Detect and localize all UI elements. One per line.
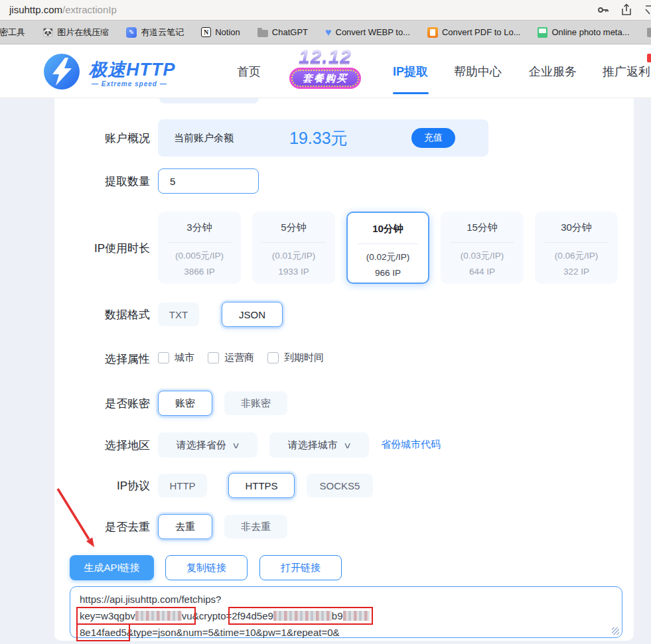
page: jisuhttp.com/extractionIp 加密工具 🐼图片在线压缩 ✎… — [0, 0, 651, 644]
bookmark-label: ChatGPT — [272, 27, 308, 37]
nav-enterprise[interactable]: 企业服务 — [529, 64, 577, 80]
nav-help-center[interactable]: 帮助中心 — [454, 64, 502, 80]
attr-carrier[interactable]: 运营商 — [208, 352, 254, 364]
bookmark-label: 图片在线压缩 — [57, 27, 109, 38]
nav-promo-1212[interactable]: 12.12 套餐购买 — [287, 46, 363, 94]
address-bar[interactable]: jisuhttp.com/extractionIp — [9, 4, 117, 15]
duration-card-15min[interactable]: 15分钟 (0.03元/IP) 644 IP — [441, 212, 524, 284]
browser-topbar: jisuhttp.com/extractionIp — [0, 0, 651, 20]
folder-icon — [257, 30, 268, 37]
bookmark-label: Online photo meta... — [551, 27, 629, 37]
youdao-pen-icon: ✎ — [126, 27, 137, 38]
bookmark-encrypt-tools[interactable]: 加密工具 — [0, 27, 25, 38]
crypto-param-name: &crypto= — [192, 610, 232, 621]
quantity-input[interactable] — [158, 168, 259, 194]
auth-option-account[interactable]: 账密 — [158, 391, 212, 416]
bookmark-convert-webp[interactable]: ♥Convert WEBP to... — [325, 27, 410, 38]
notion-icon: N — [201, 27, 211, 37]
api-url-line1: https://api.jisuhttp.com/fetchips? — [80, 591, 613, 608]
promo-1212-text: 12.12 — [287, 46, 363, 66]
province-select-value: 请选择省份 — [177, 439, 226, 452]
site-header: 极速HTTP — Extreme speed — 首页 12.12 套餐购买 I… — [0, 44, 651, 98]
duration-price: (0.06元/IP) — [535, 250, 618, 262]
photo-meta-icon — [538, 27, 547, 38]
copy-link-button[interactable]: 复制链接 — [165, 555, 248, 580]
dedup-option-yes[interactable]: 去重 — [158, 514, 212, 539]
url-params-tail: &type=json&num=5&time=10&pw=1&repeat=0& — [127, 627, 340, 638]
attr-expiry[interactable]: 到期时间 — [267, 352, 324, 364]
field-label-quantity: 提取数量 — [17, 174, 150, 189]
annotation-arrow — [46, 463, 106, 556]
duration-ip-count: 966 IP — [348, 268, 428, 278]
crypto-part: b9 — [332, 610, 343, 621]
field-label-auth: 是否账密 — [17, 396, 150, 411]
promo-pill-label: 套餐购买 — [303, 72, 348, 85]
bookmark-notion[interactable]: NNotion — [201, 27, 240, 37]
balance-box: 当前账户余额 19.33元 充值 — [158, 119, 488, 157]
bookmark-relakkes-folder[interactable]: Relakkes — [647, 27, 651, 37]
protocol-option-https[interactable]: HTTPS — [228, 473, 295, 498]
nav-badge-red — [647, 54, 651, 62]
duration-ip-count: 322 IP — [535, 267, 618, 277]
attr-label: 运营商 — [224, 352, 254, 364]
duration-title: 10分钟 — [348, 223, 428, 235]
key-suffix: vu — [182, 610, 192, 621]
logo-title[interactable]: 极速HTTP — [89, 58, 176, 82]
share-icon[interactable] — [620, 3, 632, 19]
format-option-json[interactable]: JSON — [222, 302, 283, 327]
duration-ip-count: 3866 IP — [158, 267, 241, 277]
panda-icon: 🐼 — [42, 28, 53, 36]
bookmark-convert-pdf[interactable]: Convert PDF to Lo... — [427, 27, 521, 38]
checkbox-city[interactable] — [158, 352, 169, 363]
password-key-icon[interactable] — [597, 3, 610, 19]
checkbox-carrier[interactable] — [208, 352, 219, 363]
protocol-option-http[interactable]: HTTP — [158, 474, 207, 497]
duration-card-10min-selected[interactable]: 10分钟 (0.02元/IP) 966 IP — [346, 212, 429, 284]
recharge-button[interactable]: 充值 — [411, 128, 455, 148]
field-label-attrs: 选择属性 — [17, 352, 150, 367]
nav-referral[interactable]: 推广返利 — [603, 64, 650, 80]
api-url-line2: key=w3qgbvvu&crypto=2f94d5e9b98e14faed5&… — [80, 608, 613, 641]
protocol-option-socks5[interactable]: SOCKS5 — [307, 474, 373, 497]
bookmark-image-compress[interactable]: 🐼图片在线压缩 — [42, 27, 109, 38]
checkbox-expiry[interactable] — [267, 352, 279, 363]
logo-lightning-icon[interactable] — [42, 52, 81, 94]
bookmark-chatgpt-folder[interactable]: ChatGPT — [257, 27, 308, 37]
attr-label: 到期时间 — [284, 352, 324, 364]
field-label-account: 账户概况 — [17, 131, 150, 146]
api-url-output[interactable]: https://api.jisuhttp.com/fetchips? key=w… — [70, 586, 622, 638]
city-select-value: 请选择城市 — [288, 439, 338, 452]
attr-label: 城市 — [175, 352, 194, 364]
province-select[interactable]: 请选择省份 ∨ — [158, 432, 257, 458]
duration-card-30min[interactable]: 30分钟 (0.06元/IP) 322 IP — [535, 212, 618, 284]
province-city-code-link[interactable]: 省份城市代码 — [381, 438, 441, 451]
pdf-converter-icon — [427, 27, 438, 38]
pixelated-redaction — [343, 611, 370, 621]
redbox-key-param: key=w3qgbvvu — [80, 610, 192, 621]
nav-home[interactable]: 首页 — [237, 64, 261, 80]
bookmarks-bar: 加密工具 🐼图片在线压缩 ✎有道云笔记 NNotion ChatGPT ♥Con… — [0, 20, 651, 44]
duration-price: (0.01元/IP) — [252, 250, 335, 262]
open-link-button[interactable]: 打开链接 — [259, 555, 342, 580]
bookmark-photo-meta[interactable]: Online photo meta... — [538, 27, 629, 38]
field-label-region: 选择地区 — [17, 438, 150, 453]
blue-heart-icon: ♥ — [325, 27, 332, 38]
attrs-group: 城市 运营商 到期时间 — [158, 352, 324, 364]
duration-card-5min[interactable]: 5分钟 (0.01元/IP) 1933 IP — [252, 212, 335, 284]
url-path: /extractionIp — [62, 4, 117, 15]
crypto-part: 8e14faed5 — [80, 627, 127, 638]
city-select[interactable]: 请选择城市 ∨ — [269, 432, 369, 458]
auth-option-no-account[interactable]: 非账密 — [224, 391, 287, 415]
duration-title: 30分钟 — [535, 222, 618, 234]
resize-handle[interactable] — [612, 627, 619, 635]
balance-label: 当前账户余额 — [174, 132, 234, 145]
format-option-txt[interactable]: TXT — [158, 302, 199, 326]
nav-ip-extract[interactable]: IP提取 — [393, 64, 428, 80]
clipped-toolbar-icon[interactable] — [644, 3, 651, 19]
logo-subtitle: — Extreme speed — — [92, 80, 167, 88]
duration-card-3min[interactable]: 3分钟 (0.005元/IP) 3866 IP — [158, 212, 241, 284]
dedup-option-no[interactable]: 非去重 — [224, 515, 287, 539]
bookmark-youdao[interactable]: ✎有道云笔记 — [126, 27, 184, 38]
generate-api-link-button[interactable]: 生成API链接 — [70, 555, 154, 580]
attr-city[interactable]: 城市 — [158, 352, 194, 364]
